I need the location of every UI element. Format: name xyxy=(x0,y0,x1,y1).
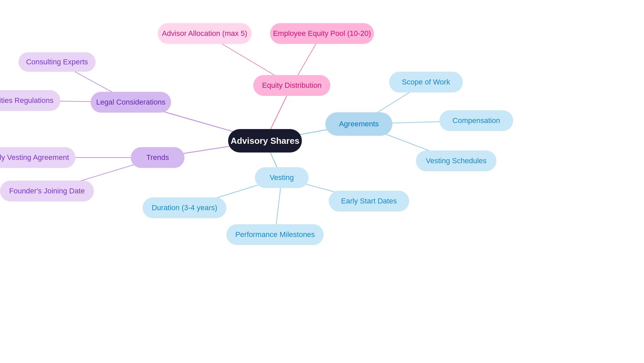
mind-map-container: Advisory SharesEquity DistributionAdviso… xyxy=(0,0,644,363)
node-trends[interactable]: Trends xyxy=(131,147,184,168)
node-employee-equity-pool[interactable]: Employee Equity Pool (10-20) xyxy=(270,23,374,44)
node-early-start-dates[interactable]: Early Start Dates xyxy=(329,191,409,211)
node-consulting-experts[interactable]: Consulting Experts xyxy=(18,52,96,72)
node-vesting-schedules[interactable]: Vesting Schedules xyxy=(416,150,496,171)
node-equity-distribution[interactable]: Equity Distribution xyxy=(253,75,330,96)
node-duration[interactable]: Duration (3-4 years) xyxy=(143,197,226,218)
node-legal-considerations[interactable]: Legal Considerations xyxy=(91,92,171,113)
node-founders-joining-date[interactable]: Founder's Joining Date xyxy=(0,181,94,201)
node-compensation[interactable]: Compensation xyxy=(439,110,513,131)
connections-svg xyxy=(0,0,644,363)
node-advisor-allocation[interactable]: Advisor Allocation (max 5) xyxy=(158,23,252,44)
node-center[interactable]: Advisory Shares xyxy=(228,129,302,153)
node-agreements[interactable]: Agreements xyxy=(325,112,392,136)
node-securities-regulations[interactable]: Securities Regulations xyxy=(0,90,60,111)
node-scope-of-work[interactable]: Scope of Work xyxy=(389,72,463,93)
node-vesting[interactable]: Vesting xyxy=(255,167,309,188)
node-performance-milestones[interactable]: Performance Milestones xyxy=(226,224,324,245)
node-early-vesting-agreement[interactable]: 40 Early Vesting Agreement xyxy=(0,147,75,168)
